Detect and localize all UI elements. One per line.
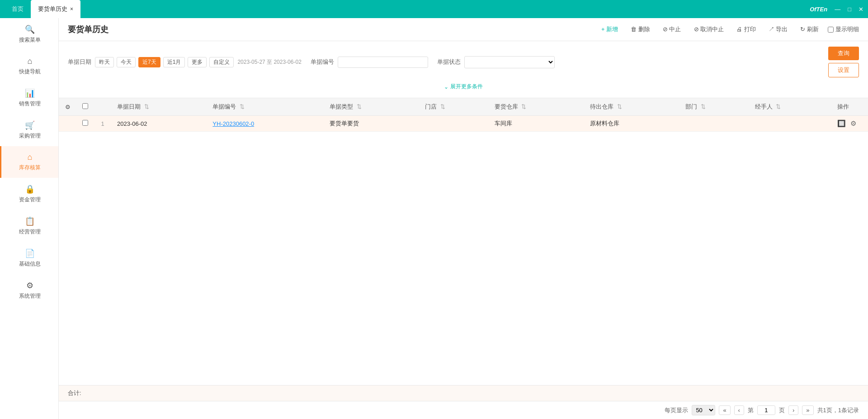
brand-text: OfTEn (810, 6, 827, 13)
sort-icon-pending-warehouse: ⇅ (617, 103, 622, 110)
bill-no-label: 单据编号 (311, 58, 334, 66)
col-handler[interactable]: 经手人 ⇅ (750, 98, 832, 116)
cancel-stop-button[interactable]: ⊘ 取消中止 (690, 24, 728, 35)
sales-mgmt-icon: 📊 (25, 88, 35, 98)
new-button[interactable]: + 新增 (598, 24, 622, 35)
date-label: 单据日期 (68, 58, 91, 66)
filter-bar: 单据日期 昨天 今天 近7天 近1月 更多 自定义 2023-05-27 至 2… (59, 41, 868, 98)
tab-requisition-label: 要货单历史 (38, 5, 67, 13)
display-detail-checkbox[interactable]: 显示明细 (828, 25, 859, 33)
date-btn-more[interactable]: 更多 (188, 57, 207, 67)
maximize-btn[interactable]: □ (848, 6, 851, 13)
expand-more-icon: ⌄ (444, 84, 448, 90)
main-layout: 🔍 搜索菜单 ⌂ 快捷导航 📊 销售管理 🛒 采购管理 ⌂ 库存核算 🔒 资金管… (0, 18, 868, 419)
sidebar-label-sales-mgmt: 销售管理 (19, 100, 41, 108)
minimize-btn[interactable]: — (835, 6, 840, 13)
sidebar-item-operations-mgmt[interactable]: 📋 经营管理 (0, 210, 58, 242)
settings-button[interactable]: 设置 (828, 63, 859, 77)
tab-home-label: 首页 (12, 5, 24, 13)
col-operation: 操作 (832, 98, 868, 116)
col-store[interactable]: 门店 ⇅ (420, 98, 489, 116)
col-req-warehouse[interactable]: 要货仓库 ⇅ (489, 98, 585, 116)
per-page-select[interactable]: 50 100 (692, 405, 715, 415)
table-header-row: ⚙ 单据日期 ⇅ 单据编号 ⇅ 单据类型 ⇅ 门店 ⇅ 要货仓库 ⇅ 待出仓库 … (59, 98, 868, 116)
page-unit-label: 页 (779, 406, 785, 414)
refresh-button[interactable]: ↻ 刷新 (797, 24, 822, 35)
sidebar-item-sales-mgmt[interactable]: 📊 销售管理 (0, 82, 58, 114)
date-filter-buttons: 昨天 今天 近7天 近1月 更多 自定义 (95, 57, 234, 67)
close-window-btn[interactable]: ✕ (859, 6, 863, 13)
last-page-btn[interactable]: » (802, 405, 813, 415)
query-button[interactable]: 查询 (828, 47, 859, 60)
row-bill-date-0: 2023-06-02 (112, 116, 207, 132)
top-bar-right: OfTEn — □ ✕ (810, 6, 863, 13)
date-btn-7days[interactable]: 近7天 (138, 57, 160, 67)
filter-row-1: 单据日期 昨天 今天 近7天 近1月 更多 自定义 2023-05-27 至 2… (68, 47, 859, 77)
row-checkbox-0[interactable] (82, 120, 88, 126)
basic-info-icon: 📄 (25, 248, 35, 258)
sidebar-item-system-mgmt[interactable]: ⚙ 系统管理 (0, 274, 58, 306)
expand-more-btn[interactable]: ⌄ 展开更多条件 (68, 81, 859, 92)
sort-icon-store: ⇅ (440, 103, 445, 110)
delete-button[interactable]: 🗑 删除 (627, 24, 654, 35)
date-range-text: 2023-05-27 至 2023-06-02 (237, 58, 301, 66)
date-btn-1month[interactable]: 近1月 (163, 57, 185, 67)
sidebar-label-operations-mgmt: 经营管理 (19, 228, 41, 236)
print-button[interactable]: 🖨 打印 (733, 24, 760, 35)
tab-home[interactable]: 首页 (5, 0, 31, 18)
row-bill-no-0[interactable]: YH-20230602-0 (207, 116, 324, 132)
tab-requisition-history[interactable]: 要货单历史 × (31, 0, 80, 18)
row-operation-0: 🔲 ⚙ (832, 116, 868, 132)
sidebar-item-quick-nav[interactable]: ⌂ 快捷导航 (0, 50, 58, 82)
sidebar-item-purchase-mgmt[interactable]: 🛒 采购管理 (0, 114, 58, 146)
col-bill-type[interactable]: 单据类型 ⇅ (324, 98, 420, 116)
sidebar-item-inventory[interactable]: ⌂ 库存核算 (0, 146, 58, 178)
row-view-icon-0[interactable]: 🔲 (837, 119, 846, 127)
prev-page-btn[interactable]: ‹ (734, 405, 744, 415)
page-header: 要货单历史 + 新增 🗑 删除 ⊘ 中止 ⊘ 取消中止 🖨 打印 ↗ 导出 ↻ … (59, 18, 868, 41)
page-go-label: 第 (748, 406, 754, 414)
search-menu-icon: 🔍 (25, 24, 35, 34)
system-mgmt-icon: ⚙ (26, 281, 33, 290)
date-btn-yesterday[interactable]: 昨天 (95, 57, 114, 67)
col-settings[interactable]: ⚙ (59, 98, 77, 116)
sidebar-item-basic-info[interactable]: 📄 基础信息 (0, 242, 58, 274)
stop-button[interactable]: ⊘ 中止 (659, 24, 685, 35)
date-filter-group: 单据日期 昨天 今天 近7天 近1月 更多 自定义 2023-05-27 至 2… (68, 57, 302, 67)
first-page-btn[interactable]: « (719, 405, 730, 415)
header-actions: + 新增 🗑 删除 ⊘ 中止 ⊘ 取消中止 🖨 打印 ↗ 导出 ↻ 刷新 显示明… (598, 24, 859, 35)
sort-icon-bill-type: ⇅ (357, 103, 362, 110)
table-footer: 合计: (59, 385, 868, 401)
next-page-btn[interactable]: › (788, 405, 798, 415)
sidebar-item-finance-mgmt[interactable]: 🔒 资金管理 (0, 178, 58, 210)
col-pending-warehouse[interactable]: 待出仓库 ⇅ (585, 98, 680, 116)
row-checkbox-col[interactable] (77, 116, 94, 132)
tab-close-icon[interactable]: × (70, 6, 73, 12)
page-input[interactable] (757, 405, 775, 415)
export-button[interactable]: ↗ 导出 (765, 24, 792, 35)
sort-icon-req-warehouse: ⇅ (521, 103, 526, 110)
bill-no-input[interactable] (338, 57, 428, 68)
expand-more-label: 展开更多条件 (450, 83, 483, 90)
date-btn-custom[interactable]: 自定义 (209, 57, 234, 67)
select-all-checkbox[interactable] (82, 103, 88, 109)
date-btn-today[interactable]: 今天 (117, 57, 136, 67)
display-detail-check[interactable] (828, 27, 834, 33)
operations-mgmt-icon: 📋 (25, 216, 35, 226)
col-bill-date[interactable]: 单据日期 ⇅ (112, 98, 207, 116)
data-table: ⚙ 单据日期 ⇅ 单据编号 ⇅ 单据类型 ⇅ 门店 ⇅ 要货仓库 ⇅ 待出仓库 … (59, 98, 868, 132)
bill-no-filter-group: 单据编号 (311, 57, 428, 68)
sort-icon-dept: ⇅ (701, 103, 706, 110)
status-select[interactable] (464, 56, 555, 68)
sidebar-label-search-menu: 搜索菜单 (19, 36, 41, 44)
table-container: ⚙ 单据日期 ⇅ 单据编号 ⇅ 单据类型 ⇅ 门店 ⇅ 要货仓库 ⇅ 待出仓库 … (59, 98, 868, 385)
status-label: 单据状态 (437, 58, 461, 66)
col-dept[interactable]: 部门 ⇅ (680, 98, 749, 116)
status-filter-group: 单据状态 (437, 56, 555, 68)
col-bill-no[interactable]: 单据编号 ⇅ (207, 98, 324, 116)
sidebar-item-search-menu[interactable]: 🔍 搜索菜单 (0, 18, 58, 50)
sidebar-label-basic-info: 基础信息 (19, 260, 41, 268)
row-more-icon-0[interactable]: ⚙ (850, 119, 856, 127)
col-row-num (94, 98, 112, 116)
sort-icon-bill-date: ⇅ (144, 103, 149, 110)
